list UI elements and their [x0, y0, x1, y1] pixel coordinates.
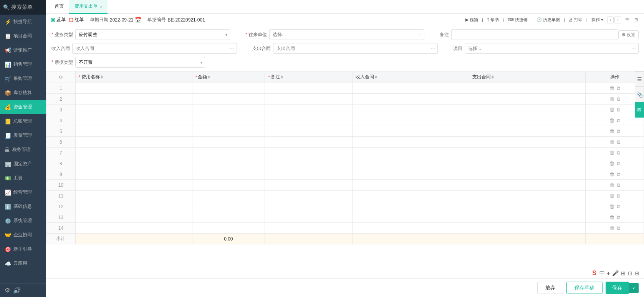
row-12-note[interactable]	[265, 201, 353, 212]
right-toolbar-btn-3[interactable]: ✉	[635, 102, 644, 118]
row-4-amount[interactable]	[192, 115, 265, 126]
row-1-expense[interactable]	[469, 83, 586, 94]
list-view-action[interactable]: ☰	[624, 17, 631, 23]
row-14-delete[interactable]: 🗑	[609, 225, 614, 231]
row-7-delete[interactable]: 🗑	[609, 150, 614, 156]
radio-red[interactable]: 红单	[69, 17, 84, 23]
sidebar-item-invoice[interactable]: 🧾发票管理	[0, 128, 46, 143]
row-12-copy[interactable]: ⧉	[617, 204, 620, 210]
row-10-note[interactable]	[265, 180, 353, 191]
col-expense-header[interactable]: 支出合同	[469, 71, 586, 83]
save-draft-button[interactable]: 保存草稿	[566, 282, 603, 294]
row-1-name[interactable]	[75, 83, 192, 94]
row-12-amount[interactable]	[192, 201, 265, 212]
row-13-note[interactable]	[265, 212, 353, 223]
sidebar-item-tax[interactable]: 🏛税务管理	[0, 143, 46, 157]
row-1-note[interactable]	[265, 83, 353, 94]
radio-blue[interactable]: 蓝单	[51, 17, 66, 23]
volume-icon[interactable]: 🔊	[13, 287, 21, 294]
row-7-copy[interactable]: ⧉	[617, 150, 620, 156]
row-7-amount[interactable]	[192, 148, 265, 158]
row-2-note[interactable]	[265, 94, 353, 105]
row-2-expense[interactable]	[469, 94, 586, 105]
row-10-delete[interactable]: 🗑	[609, 182, 614, 188]
row-12-expense[interactable]	[469, 201, 586, 212]
settings-button[interactable]: ⚙ 设置	[618, 30, 639, 39]
operations-action[interactable]: 操作 ▾	[590, 16, 605, 23]
row-6-amount[interactable]	[192, 137, 265, 148]
row-6-delete[interactable]: 🗑	[609, 139, 614, 145]
nav-next[interactable]: ›	[614, 17, 621, 23]
row-5-amount[interactable]	[192, 126, 265, 137]
print-action[interactable]: 🖨 打印	[567, 16, 584, 23]
row-8-amount[interactable]	[192, 158, 265, 169]
sidebar-item-basic-info[interactable]: ℹ️基础信息	[0, 199, 46, 214]
row-11-copy[interactable]: ⧉	[617, 193, 620, 199]
income-contract-dots[interactable]: ···	[227, 45, 237, 51]
counterpart-dots[interactable]: ···	[415, 32, 424, 38]
row-3-amount[interactable]	[192, 105, 265, 115]
sidebar-item-enterprise[interactable]: 🤝企业协同	[0, 228, 46, 242]
row-6-income[interactable]	[352, 137, 469, 148]
col-settings-header[interactable]: ⚙	[46, 71, 76, 83]
business-type-input[interactable]	[76, 30, 223, 39]
settings-icon[interactable]: ⚙	[5, 287, 10, 294]
row-3-name[interactable]	[75, 105, 192, 115]
counterpart-select[interactable]: ···	[269, 29, 424, 40]
sidebar-item-cloud-apps[interactable]: ☁️云应用	[0, 256, 46, 270]
row-5-income[interactable]	[352, 126, 469, 137]
row-1-income[interactable]	[352, 83, 469, 94]
row-5-note[interactable]	[265, 126, 353, 137]
row-3-income[interactable]	[352, 105, 469, 115]
col-income-header[interactable]: 收入合同	[352, 71, 469, 83]
row-13-name[interactable]	[75, 212, 192, 223]
sidebar-item-accounting[interactable]: 📒总账管理	[0, 114, 46, 128]
row-3-copy[interactable]: ⧉	[617, 107, 620, 113]
row-11-expense[interactable]	[469, 191, 586, 201]
row-7-income[interactable]	[352, 148, 469, 158]
row-8-note[interactable]	[265, 158, 353, 169]
row-13-income[interactable]	[352, 212, 469, 223]
row-8-name[interactable]	[75, 158, 192, 169]
save-arrow-button[interactable]: ∨	[629, 283, 639, 293]
row-13-amount[interactable]	[192, 212, 265, 223]
sidebar-item-system[interactable]: ⚙️系统管理	[0, 214, 46, 228]
tab-home[interactable]: 首页	[49, 0, 69, 14]
tab-expense-bill[interactable]: 费用支出单×	[69, 0, 108, 14]
row-4-note[interactable]	[265, 115, 353, 126]
income-contract-select[interactable]: ···	[72, 43, 237, 54]
col-name-header[interactable]: * 费用名称	[75, 71, 192, 83]
row-10-expense[interactable]	[469, 180, 586, 191]
sidebar-item-quick-nav[interactable]: ⚡快捷导航	[0, 15, 46, 29]
video-action[interactable]: ▶ 视频	[464, 16, 480, 23]
project-dots[interactable]: ···	[629, 45, 638, 51]
row-5-delete[interactable]: 🗑	[609, 128, 614, 134]
col-note-header[interactable]: * 备注	[265, 71, 353, 83]
row-10-income[interactable]	[352, 180, 469, 191]
row-6-name[interactable]	[75, 137, 192, 148]
sidebar-item-capital[interactable]: 💰资金管理	[0, 100, 46, 114]
sidebar-item-marketing[interactable]: 📢营销推广	[0, 43, 46, 57]
row-13-expense[interactable]	[469, 212, 586, 223]
row-7-note[interactable]	[265, 148, 353, 158]
invoice-type-select[interactable]: ▾	[75, 57, 205, 68]
row-2-income[interactable]	[352, 94, 469, 105]
row-4-income[interactable]	[352, 115, 469, 126]
row-11-income[interactable]	[352, 191, 469, 201]
row-4-expense[interactable]	[469, 115, 586, 126]
row-2-delete[interactable]: 🗑	[609, 96, 614, 102]
row-9-income[interactable]	[352, 169, 469, 180]
row-14-note[interactable]	[265, 223, 353, 234]
row-2-name[interactable]	[75, 94, 192, 105]
row-13-copy[interactable]: ⧉	[617, 214, 620, 221]
row-10-name[interactable]	[75, 180, 192, 191]
row-6-note[interactable]	[265, 137, 353, 148]
row-1-copy[interactable]: ⧉	[617, 85, 620, 91]
row-3-delete[interactable]: 🗑	[609, 107, 614, 113]
col-amount-header[interactable]: * 金额	[192, 71, 265, 83]
row-10-amount[interactable]	[192, 180, 265, 191]
right-toolbar-btn-1[interactable]: ☰	[635, 71, 644, 87]
row-12-delete[interactable]: 🗑	[609, 204, 614, 209]
row-12-name[interactable]	[75, 201, 192, 212]
grid-view-action[interactable]: ⊞	[633, 17, 639, 23]
